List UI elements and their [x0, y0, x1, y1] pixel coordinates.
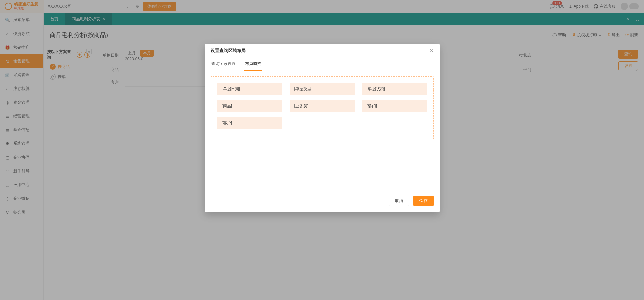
layout-chip-salesman[interactable]: [业务员] [290, 100, 355, 112]
layout-drop-zone[interactable]: [单据日期] [单据类型] [单据状态] [商品] [业务员] [部门] [客户… [211, 76, 434, 140]
save-button[interactable]: 保存 [413, 196, 434, 206]
layout-chip-bill-type[interactable]: [单据类型] [290, 83, 355, 95]
tab-field-settings[interactable]: 查询字段设置 [211, 58, 236, 71]
layout-settings-modal: 设置查询区域布局 ✕ 查询字段设置 布局调整 [单据日期] [单据类型] [单据… [205, 44, 440, 212]
layout-chip-bill-status[interactable]: [单据状态] [362, 83, 427, 95]
modal-title: 设置查询区域布局 [211, 48, 246, 54]
layout-chip-bill-date[interactable]: [单据日期] [217, 83, 282, 95]
tab-layout-adjust[interactable]: 布局调整 [244, 58, 262, 71]
layout-chip-product[interactable]: [商品] [217, 100, 282, 112]
layout-row: [商品] [业务员] [部门] [217, 100, 427, 112]
modal-overlay: 设置查询区域布局 ✕ 查询字段设置 布局调整 [单据日期] [单据类型] [单据… [0, 0, 644, 300]
layout-row: [单据日期] [单据类型] [单据状态] [217, 83, 427, 95]
modal-header: 设置查询区域布局 ✕ [205, 44, 440, 56]
layout-chip-customer[interactable]: [客户] [217, 117, 282, 129]
modal-body: [单据日期] [单据类型] [单据状态] [商品] [业务员] [部门] [客户… [205, 71, 440, 192]
modal-close-button[interactable]: ✕ [430, 48, 434, 53]
layout-row: [客户] [217, 117, 427, 129]
modal-footer: 取消 保存 [205, 192, 440, 212]
layout-chip-department[interactable]: [部门] [362, 100, 427, 112]
modal-tabs: 查询字段设置 布局调整 [205, 56, 440, 71]
cancel-button[interactable]: 取消 [389, 196, 409, 206]
